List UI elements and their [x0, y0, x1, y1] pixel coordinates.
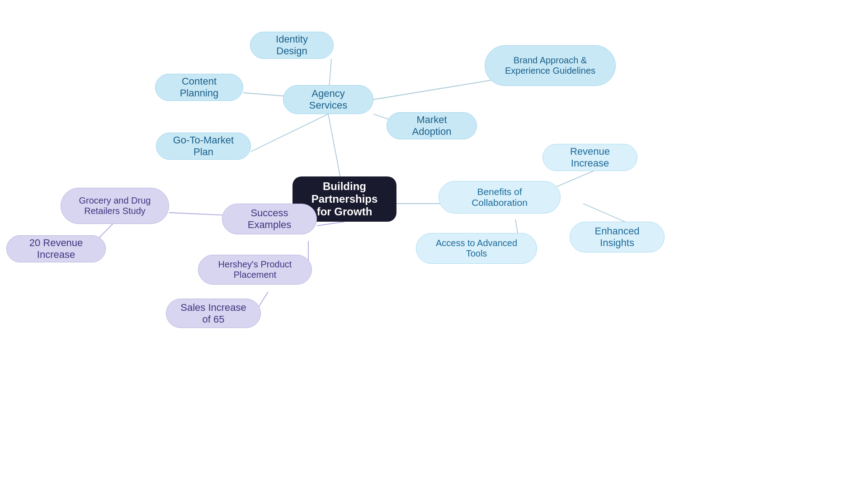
- grocery-study-node: Grocery and Drug Retailers Study: [61, 188, 169, 224]
- identity-design-node: Identity Design: [250, 32, 334, 59]
- content-planning-node: Content Planning: [155, 74, 243, 101]
- agency-services-node: Agency Services: [283, 85, 373, 114]
- revenue-20-node: 20 Revenue Increase: [6, 235, 106, 262]
- access-tools-node: Access to Advanced Tools: [416, 233, 537, 264]
- benefits-collab-node: Benefits of Collaboration: [439, 181, 561, 214]
- success-examples-node: Success Examples: [222, 204, 317, 234]
- brand-approach-node: Brand Approach & Experience Guidelines: [485, 45, 616, 86]
- enhanced-insights-node: Enhanced Insights: [570, 222, 665, 252]
- revenue-increase-node: Revenue Increase: [542, 144, 637, 171]
- market-adoption-node: Market Adoption: [387, 112, 477, 139]
- sales-65-node: Sales Increase of 65: [166, 299, 261, 328]
- go-to-market-node: Go-To-Market Plan: [156, 133, 251, 160]
- hersheys-node: Hershey's Product Placement: [198, 255, 312, 285]
